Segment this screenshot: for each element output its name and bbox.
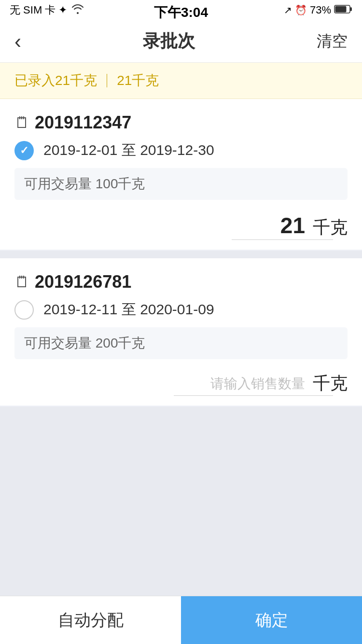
status-bar: 无 SIM 卡 ✦ 下午3:04 ↗ ⏰ 73% [0, 0, 362, 20]
recorded-weight: 已录入21千克 [14, 71, 97, 90]
batch2-id: 2019126781 [35, 272, 131, 292]
no-sim-text: 无 SIM 卡 ✦ [10, 3, 67, 17]
batch1-date-range: 2019-12-01 至 2019-12-30 [43, 140, 214, 160]
wifi-icon [71, 3, 84, 17]
batch1-row[interactable]: ✓ 2019-12-01 至 2019-12-30 [0, 138, 362, 163]
total-weight: 21千克 [117, 71, 159, 90]
svg-rect-2 [335, 6, 347, 13]
batch2-date-range: 2019-12-11 至 2020-01-09 [43, 300, 214, 320]
batch2-qty-placeholder: 请输入销售数量 [14, 375, 305, 393]
batch2-header: 🗒 2019126781 [0, 258, 362, 297]
batch1-id: 2019112347 [35, 112, 131, 133]
batch1-radio[interactable]: ✓ [14, 141, 34, 160]
batch1-qty-row: 21 千克 [14, 212, 348, 239]
info-banner: 已录入21千克 21千克 [0, 63, 362, 99]
banner-divider [107, 74, 107, 87]
batch2-doc-icon: 🗒 [14, 273, 30, 291]
batch1-check-icon: ✓ [20, 144, 28, 157]
nav-bar: ‹ 录批次 清空 [0, 20, 362, 63]
batch1-qty-line [232, 239, 333, 240]
page-title: 录批次 [143, 29, 195, 53]
alarm-icon: ⏰ [295, 4, 307, 16]
confirm-button[interactable]: 确定 [181, 596, 362, 644]
clear-button[interactable]: 清空 [317, 31, 348, 52]
location-icon: ↗ [284, 4, 292, 16]
batch1-qty-unit: 千克 [313, 216, 348, 239]
batch2-qty-unit: 千克 [313, 372, 348, 395]
batch2-avail: 可用交易量 200千克 [14, 327, 348, 359]
status-right: ↗ ⏰ 73% [284, 3, 352, 17]
batch1-header: 🗒 2019112347 [0, 99, 362, 138]
auto-distribute-button[interactable]: 自动分配 [0, 596, 181, 644]
batch2-input-line [174, 395, 333, 396]
status-time: 下午3:04 [154, 3, 208, 22]
batch1-avail: 可用交易量 100千克 [14, 168, 348, 200]
bottom-spacer [0, 406, 362, 600]
batch2-input-container: 请输入销售数量 千克 [0, 367, 362, 406]
section-separator [0, 251, 362, 258]
batch2-card: 🗒 2019126781 2019-12-11 至 2020-01-09 可用交… [0, 258, 362, 406]
batch1-doc-icon: 🗒 [14, 114, 30, 132]
footer: 自动分配 确定 [0, 596, 362, 644]
status-left: 无 SIM 卡 ✦ [10, 3, 84, 17]
back-button[interactable]: ‹ [14, 31, 21, 52]
batch1-card: 🗒 2019112347 ✓ 2019-12-01 至 2019-12-30 可… [0, 99, 362, 250]
batch1-qty-container: 21 千克 [0, 208, 362, 250]
battery-icon [334, 3, 352, 17]
svg-rect-1 [350, 7, 352, 11]
batch1-qty-value: 21 [280, 212, 305, 238]
batch2-input-row: 请输入销售数量 千克 [14, 372, 348, 395]
batch2-row[interactable]: 2019-12-11 至 2020-01-09 [0, 297, 362, 322]
battery-text: 73% [310, 4, 331, 16]
batch2-radio[interactable] [14, 300, 34, 320]
